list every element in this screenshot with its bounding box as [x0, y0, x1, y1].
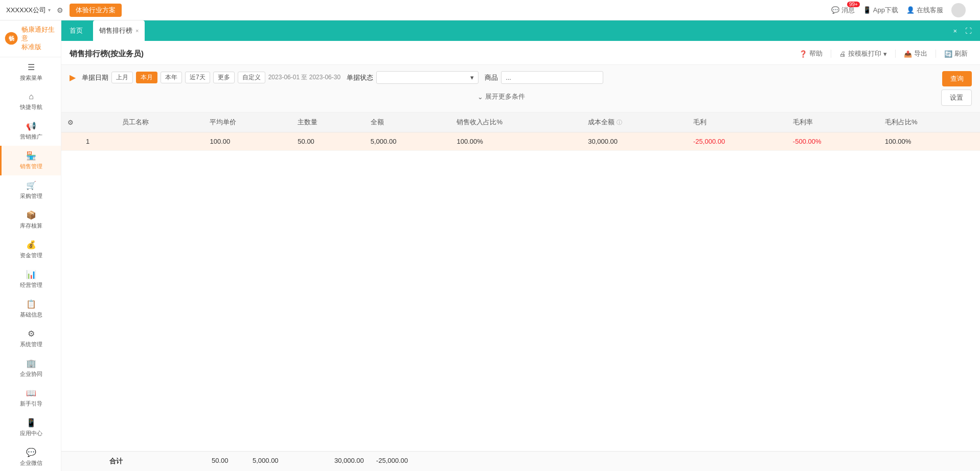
- basic-info-icon: 📋: [26, 299, 36, 309]
- enterprise-icon: 🏢: [26, 358, 36, 368]
- col-main-qty: 主数量: [291, 113, 364, 132]
- tab-home[interactable]: 首页: [61, 20, 91, 41]
- cell-gross-rate: -500.00%: [787, 132, 879, 151]
- col-gross-profit: 毛利: [687, 113, 787, 132]
- footer-cost-amount: 30,000.00: [328, 457, 370, 466]
- cell-gross-pct: 100.00%: [879, 132, 980, 151]
- more-conditions-toggle[interactable]: ⌄ 展开更多条件: [70, 88, 933, 105]
- tab-bar-right: × ⛶: [951, 25, 980, 37]
- sidebar-label-wechat: 企业微信: [20, 459, 42, 467]
- col-gross-rate: 毛利率: [787, 113, 879, 132]
- finance-icon: 💰: [26, 240, 36, 250]
- notification-badge: 99+: [847, 2, 860, 7]
- tab-sales-rank[interactable]: 销售排行榜 ×: [93, 20, 145, 41]
- system-icon: ⚙: [28, 329, 35, 339]
- window-expand-icon[interactable]: ⛶: [963, 25, 974, 37]
- date-buttons: 上月 本月 本年 近7天 更多 自定义: [111, 72, 265, 83]
- col-cost-amount: 成本全额 ⓘ: [582, 113, 687, 132]
- refresh-icon: 🔄: [944, 50, 952, 58]
- col-rank: [80, 113, 116, 132]
- avatar[interactable]: [951, 3, 966, 17]
- footer-gross-profit: -25,000.00: [370, 457, 414, 466]
- quick-nav-icon: ⌂: [29, 92, 34, 101]
- settings-icon[interactable]: ⚙: [55, 4, 65, 16]
- divider2: [895, 50, 896, 58]
- cell-cost-amount: 30,000.00: [582, 132, 687, 151]
- service-icon: 👤: [906, 6, 915, 14]
- chevron-down-icon2: ⌄: [477, 93, 483, 101]
- sidebar-item-basic-info[interactable]: 📋 基础信息: [0, 294, 61, 324]
- query-area: 查询 设置: [941, 71, 972, 106]
- sidebar-label-app-center: 应用中心: [20, 430, 42, 437]
- filter-row-1: ▶ 单据日期 上月 本月 本年 近7天 更多 自定义: [70, 71, 933, 84]
- tab-close-icon[interactable]: ×: [135, 28, 139, 34]
- sidebar-logo: 畅 畅康通好生意 标准版: [0, 20, 61, 57]
- help-icon: ❓: [799, 50, 807, 58]
- sidebar-label-finance: 资金管理: [20, 252, 42, 259]
- table-body: 1100.0050.005,000.00100.00%30,000.00-25,…: [61, 132, 980, 151]
- sidebar-item-quick-nav[interactable]: ⌂ 快捷导航: [0, 87, 61, 116]
- sidebar-item-operations[interactable]: 📊 经营管理: [0, 264, 61, 294]
- marketing-icon: 📢: [26, 121, 36, 131]
- footer-amount: 5,000.00: [246, 457, 287, 466]
- sidebar-item-sales[interactable]: 🏪 销售管理: [0, 146, 61, 175]
- sidebar-item-wechat[interactable]: 💬 企业微信: [0, 442, 61, 471]
- filter-area: ▶ 单据日期 上月 本月 本年 近7天 更多 自定义: [61, 65, 980, 113]
- date-btn-more[interactable]: 更多: [213, 72, 235, 83]
- date-btn-last-month[interactable]: 上月: [111, 72, 133, 83]
- date-btn-custom[interactable]: 自定义: [238, 72, 265, 83]
- sidebar-item-marketing[interactable]: 📢 营销推广: [0, 116, 61, 146]
- settings-button[interactable]: 设置: [941, 89, 972, 106]
- cell-employee: [116, 132, 204, 151]
- sidebar-item-enterprise[interactable]: 🏢 企业协同: [0, 353, 61, 383]
- sidebar-item-purchase[interactable]: 🛒 采购管理: [0, 175, 61, 205]
- refresh-button[interactable]: 🔄 刷新: [940, 47, 972, 60]
- sidebar-item-system[interactable]: ⚙ 系统管理: [0, 324, 61, 353]
- operations-icon: 📊: [26, 270, 36, 279]
- query-button[interactable]: 查询: [942, 71, 972, 86]
- trial-button[interactable]: 体验行业方案: [70, 4, 122, 17]
- sidebar-item-finance[interactable]: 💰 资金管理: [0, 235, 61, 264]
- sidebar-item-guide[interactable]: 📖 新手引导: [0, 383, 61, 413]
- message-button[interactable]: 💬 消息 99+: [831, 6, 855, 15]
- sidebar-item-inventory[interactable]: 📦 库存核算: [0, 205, 61, 235]
- inventory-icon: 📦: [26, 210, 36, 220]
- goods-input[interactable]: ...: [501, 71, 603, 84]
- date-btn-7days[interactable]: 近7天: [185, 72, 210, 83]
- footer-avg-price: [165, 457, 206, 466]
- filter-expand-icon[interactable]: ▶: [70, 73, 76, 82]
- cell-gross-profit: -25,000.00: [687, 132, 787, 151]
- sidebar-item-app-center[interactable]: 📱 应用中心: [0, 413, 61, 442]
- goods-filter-group: 商品 ...: [485, 71, 603, 84]
- divider: [831, 50, 831, 58]
- sidebar-label-purchase: 采购管理: [20, 192, 42, 200]
- print-icon: 🖨: [839, 50, 846, 58]
- filter-main-row: ▶ 单据日期 上月 本月 本年 近7天 更多 自定义: [70, 71, 972, 106]
- purchase-icon: 🛒: [26, 181, 36, 190]
- window-close-icon[interactable]: ×: [951, 25, 959, 37]
- date-range-text: 2023-06-01 至 2023-06-30: [268, 73, 340, 82]
- cell-main-qty: 50.00: [291, 132, 364, 151]
- logo-icon: 畅: [4, 30, 18, 47]
- status-select[interactable]: ▾: [376, 71, 478, 84]
- company-selector[interactable]: XXXXXX公司 ▾: [6, 6, 51, 15]
- cost-info-icon[interactable]: ⓘ: [617, 119, 622, 126]
- sidebar-label-quick-nav: 快捷导航: [20, 103, 42, 111]
- top-right-area: 💬 消息 99+ 📱 App下载 👤 在线客服: [831, 3, 974, 17]
- sidebar-label-inventory: 库存核算: [20, 222, 42, 230]
- help-button[interactable]: ❓ 帮助: [795, 47, 827, 60]
- col-settings[interactable]: ⚙: [61, 113, 80, 132]
- print-button[interactable]: 🖨 按模板打印 ▾: [835, 47, 891, 60]
- export-button[interactable]: 📤 导出: [900, 47, 931, 60]
- app-icon: 📱: [863, 6, 871, 14]
- status-select-chevron: ▾: [470, 74, 474, 81]
- sidebar-label-operations: 经营管理: [20, 281, 42, 289]
- service-label: 在线客服: [917, 6, 943, 15]
- sidebar-item-search-order[interactable]: ☰ 搜索菜单: [0, 57, 61, 87]
- app-download-button[interactable]: 📱 App下载: [863, 6, 898, 15]
- footer-sales-pct: [287, 457, 328, 466]
- chevron-down-icon: ▾: [48, 7, 51, 13]
- date-btn-this-year[interactable]: 本年: [161, 72, 182, 83]
- date-btn-this-month[interactable]: 本月: [136, 72, 157, 83]
- online-service-button[interactable]: 👤 在线客服: [906, 6, 943, 15]
